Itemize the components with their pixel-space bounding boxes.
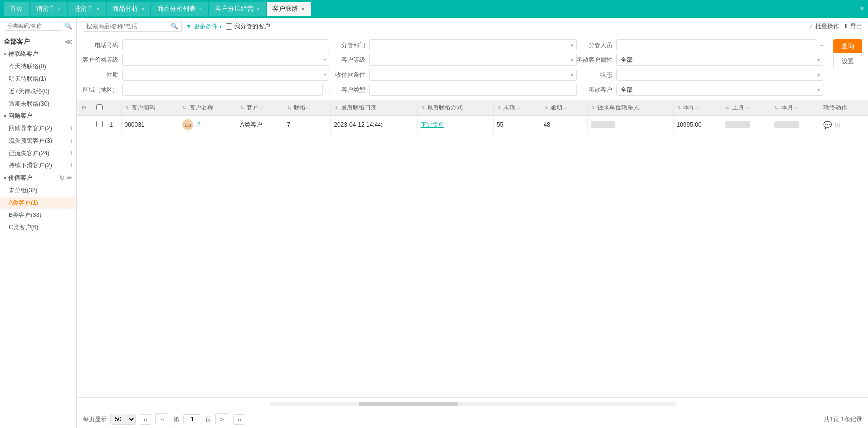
sidebar-item-b-class[interactable]: B类客户(33)	[0, 209, 76, 221]
region-input[interactable]	[122, 84, 323, 96]
filter-cell-payment: 收付款条件	[329, 69, 576, 81]
nav-tab-customer-segment-close[interactable]: ×	[257, 6, 260, 12]
search-button[interactable]: 查询	[833, 39, 862, 53]
batch-op-btn[interactable]: ☑ 批量操作	[808, 22, 839, 31]
sidebar-search-icon[interactable]: 🔍	[64, 22, 72, 30]
row-this-month	[771, 116, 820, 134]
pagination-bar: 每页显示 50 100 « ＜ 第 页 ＞ » 共1页 1条记录	[77, 410, 868, 428]
customer-type-input[interactable]	[369, 84, 576, 96]
nav-tab-analysis[interactable]: 商品分析 ×	[107, 2, 150, 16]
nav-tab-home[interactable]: 首页	[4, 2, 29, 16]
sidebar-collapse-btn[interactable]: ≪	[65, 38, 72, 46]
dept-select[interactable]	[369, 39, 576, 51]
person-dots-icon[interactable]: ···	[818, 42, 823, 49]
customer-grade-select[interactable]	[369, 54, 576, 66]
nav-tab-sales[interactable]: 销货单 ×	[30, 2, 67, 16]
col-code-sort-icon[interactable]: ⇅	[125, 105, 129, 110]
nav-tab-analysis-list-close[interactable]: ×	[199, 6, 202, 12]
my-customers-checkbox[interactable]	[226, 23, 232, 30]
col-last-date-sort-icon[interactable]: ⇅	[334, 105, 338, 110]
col-this-year-sort-icon[interactable]: ⇅	[677, 105, 681, 110]
col-uncontacted-sort-icon[interactable]: ⇅	[497, 105, 501, 110]
col-this-month-sort-icon[interactable]: ⇅	[774, 105, 778, 110]
filter-search-box: 🔍	[83, 21, 182, 32]
sidebar-item-repurchase[interactable]: 回购异常客户(2) ℹ	[0, 122, 76, 135]
sidebar-item-declining[interactable]: 持续下滑客户(2) ℹ	[0, 160, 76, 172]
col-name-sort-icon[interactable]: ⇅	[182, 105, 186, 110]
last-page-btn[interactable]: »	[233, 414, 245, 425]
value-group-refresh-icon[interactable]: ↻	[59, 174, 65, 182]
col-contact-sort-icon[interactable]: ⇅	[287, 105, 291, 110]
close-all-tabs-icon[interactable]: ×	[860, 4, 864, 13]
chat-icon[interactable]: 💬	[823, 121, 832, 129]
col-last-method-sort-icon[interactable]: ⇅	[421, 105, 425, 110]
sidebar-all-customers-label: 全部客户	[4, 37, 30, 46]
sidebar-item-today[interactable]: 今天待联络(0)	[0, 60, 76, 73]
horizontal-scrollbar-track[interactable]	[270, 402, 676, 406]
col-grade-sort-icon[interactable]: ⇅	[240, 105, 244, 110]
customer-type-label: 客户类型	[329, 86, 369, 94]
status-select[interactable]	[616, 69, 823, 81]
nav-tab-purchase[interactable]: 进货单 ×	[68, 2, 105, 16]
filter-search-input[interactable]	[86, 23, 169, 30]
gear-icon[interactable]: ⚙	[81, 105, 87, 111]
col-last-month-sort-icon[interactable]: ⇅	[725, 105, 729, 110]
price-grade-select[interactable]	[122, 54, 329, 66]
filter-cell-person: 分管人员 ···	[577, 39, 823, 51]
sidebar-item-c-class[interactable]: C类客户(6)	[0, 221, 76, 234]
nav-tab-analysis-close[interactable]: ×	[141, 6, 144, 12]
per-page-select[interactable]: 50 100	[110, 414, 136, 425]
sidebar-item-churned[interactable]: 已流失客户(24) ℹ	[0, 147, 76, 160]
col-last-date-label: 最后联络日期	[341, 104, 377, 111]
sidebar-all-customers-header: 全部客户 ≪	[0, 34, 76, 48]
nav-tab-customer-segment[interactable]: 客户分层经营 ×	[209, 2, 266, 16]
table-row: 1 000031 Ea ? A类客户 7 2023-04-12 14:44: 下…	[77, 116, 868, 134]
col-grade: ⇅ 客户...	[237, 100, 284, 116]
row-checkbox[interactable]	[96, 121, 103, 127]
filter-search-icon[interactable]: 🔍	[171, 23, 178, 30]
customer-name-text[interactable]: ?	[197, 121, 201, 128]
nature-select[interactable]	[122, 69, 329, 81]
last-month-placeholder	[725, 121, 750, 128]
region-dots-icon[interactable]: ···	[325, 86, 329, 93]
payment-select[interactable]	[369, 69, 576, 81]
sidebar-item-ungroup[interactable]: 未分组(32)	[0, 184, 76, 197]
retail-attr-select[interactable]: 全部	[616, 54, 823, 66]
page-input[interactable]	[183, 414, 201, 424]
filter-cell-nature: 性质	[83, 69, 329, 81]
sidebar-search-input[interactable]	[4, 21, 62, 31]
filter-more-conditions[interactable]: ▼ 更多条件 ▾	[186, 22, 222, 31]
nav-tab-sales-close[interactable]: ×	[58, 6, 61, 12]
nav-tab-customer-contact-close[interactable]: ×	[301, 6, 304, 12]
col-contact-person-sort-icon[interactable]: ⇅	[591, 105, 595, 110]
horizontal-scrollbar-thumb[interactable]	[359, 402, 458, 406]
sidebar-item-overdue[interactable]: 逾期未联络(30)	[0, 98, 76, 110]
select-all-checkbox[interactable]	[96, 104, 103, 110]
sidebar-group-pending[interactable]: ▾ 待联络客户	[0, 48, 76, 60]
settings-button[interactable]: 设置	[833, 55, 862, 68]
col-overdue-sort-icon[interactable]: ⇅	[544, 105, 548, 110]
last-method-link[interactable]: 下销货单	[421, 121, 444, 128]
next-page-btn[interactable]: ＞	[215, 413, 229, 425]
value-group-edit-icon[interactable]: ✏	[67, 174, 72, 182]
qr-icon[interactable]: ⊞	[835, 121, 841, 129]
sidebar-item-tomorrow[interactable]: 明天待联络(1)	[0, 73, 76, 85]
export-btn[interactable]: ⬆ 导出	[843, 22, 862, 31]
sidebar-item-churn-warn[interactable]: 流失预警客户(3) ℹ	[0, 135, 76, 147]
nav-tab-analysis-list[interactable]: 商品分析列表 ×	[151, 2, 208, 16]
prev-page-btn[interactable]: ＜	[155, 413, 169, 425]
sidebar-item-a-class[interactable]: A类客户(1)	[0, 197, 76, 209]
phone-input[interactable]	[122, 39, 329, 51]
nav-tab-customer-contact[interactable]: 客户联络 ×	[267, 2, 310, 16]
my-customers-checkbox-label[interactable]: 我分管的客户	[226, 22, 270, 31]
retail-customer-select[interactable]: 全部	[616, 84, 823, 96]
nav-tab-purchase-close[interactable]: ×	[96, 6, 99, 12]
sidebar-group-value[interactable]: ▾ 价值客户 ↻ ✏	[0, 172, 76, 184]
first-page-btn[interactable]: «	[140, 414, 151, 425]
sidebar-group-problem[interactable]: ▾ 问题客户	[0, 110, 76, 122]
sidebar-item-7days[interactable]: 近7天待联络(0)	[0, 85, 76, 98]
sidebar-item-ungroup-label: 未分组(32)	[9, 186, 37, 195]
filter-row-3: 性质 收付款条件	[83, 69, 823, 81]
person-input[interactable]	[616, 39, 816, 51]
filter-row-4: 区域（地区） ··· 客户类型 零散客户 全部	[83, 84, 823, 96]
